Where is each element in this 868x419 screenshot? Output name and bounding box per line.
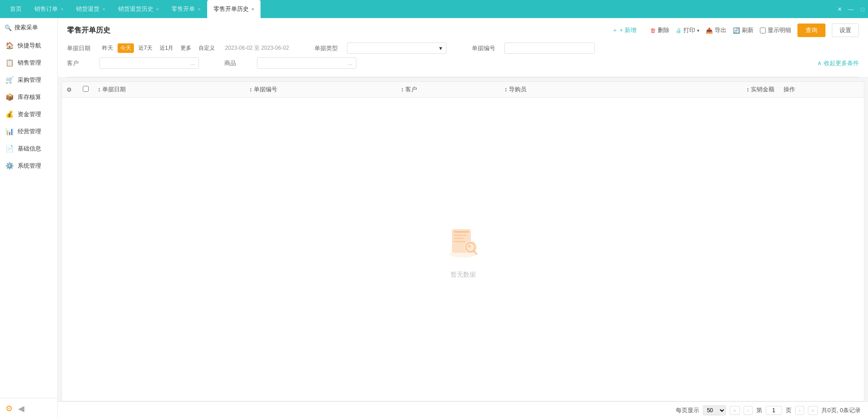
- sidebar-icon-sales-mgmt: 📋: [5, 59, 14, 67]
- page-header: 零售开单历史 ＋ + 新增 🗑 删除 🖨 打印 ▾: [58, 18, 868, 78]
- filter-row-2: 客户 ... 商品 ... ∧ 收起更多条件: [67, 57, 859, 69]
- date-btn-昨天[interactable]: 昨天: [100, 43, 116, 53]
- show-detail-toggle[interactable]: 显示明细: [760, 26, 791, 34]
- collapse-sidebar-icon[interactable]: ◀: [18, 404, 24, 414]
- tab-bar: 首页销售订单×销货退货×销货退货历史×零售开单×零售开单历史× ✕ — □: [0, 0, 868, 18]
- toolbar: ＋ + 新增 🗑 删除 🖨 打印 ▾ 📤 导出: [605, 24, 859, 37]
- sidebar-icon-sys-mgmt: ⚙️: [5, 162, 14, 170]
- tab-bar-right: ✕ — □: [837, 6, 864, 13]
- doc-type-select[interactable]: ▾: [347, 42, 446, 54]
- first-page-btn[interactable]: «: [730, 406, 740, 415]
- col-customer: ↕ 客户: [396, 82, 500, 98]
- sidebar-search-label: 搜索采单: [14, 24, 38, 32]
- sidebar-icon-inventory: 📦: [5, 93, 14, 101]
- goods-label: 商品: [224, 59, 250, 67]
- content-area: 零售开单历史 ＋ + 新增 🗑 删除 🖨 打印 ▾: [58, 18, 868, 419]
- sidebar-label-purchase-mgmt: 采购管理: [18, 76, 41, 84]
- export-icon: 📤: [706, 27, 713, 34]
- column-settings-icon[interactable]: ⚙: [66, 86, 72, 93]
- sidebar-item-quick-nav[interactable]: 🏠快捷导航: [0, 37, 57, 54]
- tab-sales-order[interactable]: 销售订单×: [28, 0, 70, 18]
- svg-rect-3: [454, 235, 466, 236]
- window-max-btn[interactable]: □: [861, 6, 864, 13]
- collapse-icon: ∧: [817, 60, 822, 66]
- query-button[interactable]: 查询: [797, 24, 825, 37]
- tab-close-icon[interactable]: ×: [61, 6, 63, 12]
- sidebar-label-base-info: 基础信息: [18, 145, 41, 153]
- settings-icon[interactable]: ⚙: [5, 404, 13, 414]
- date-range-display: 2023-06-02 至 2023-06-02: [225, 44, 289, 52]
- doc-type-chevron-icon: ▾: [439, 45, 442, 52]
- svg-point-9: [468, 245, 471, 248]
- filter-row-1: 单据日期 昨天今天近7天近1月更多自定义 2023-06-02 至 2023-0…: [67, 42, 859, 54]
- date-btn-今天[interactable]: 今天: [118, 43, 134, 53]
- show-detail-checkbox[interactable]: [760, 28, 766, 33]
- sidebar-label-finance: 资金管理: [18, 110, 41, 118]
- sidebar-item-finance[interactable]: 💰资金管理: [0, 106, 57, 123]
- sidebar-label-sys-mgmt: 系统管理: [18, 162, 41, 170]
- sidebar-search[interactable]: 🔍 搜索采单: [0, 18, 57, 37]
- sidebar-bottom: ⚙ ◀: [0, 398, 57, 419]
- date-btn-近1月[interactable]: 近1月: [157, 43, 176, 53]
- sidebar-item-purchase-mgmt[interactable]: 🛒采购管理: [0, 71, 57, 89]
- tab-home[interactable]: 首页: [4, 0, 28, 18]
- doc-no-input[interactable]: [504, 42, 595, 54]
- date-btn-近7天[interactable]: 近7天: [136, 43, 155, 53]
- table-header-row: ⚙ ↕ 单据日期 ↕ 单据编号: [62, 82, 864, 98]
- date-btn-更多[interactable]: 更多: [178, 43, 194, 53]
- collapse-filter-btn[interactable]: ∧ 收起更多条件: [817, 59, 859, 67]
- sidebar-icon-operation: 📊: [5, 127, 14, 136]
- tab-close-icon[interactable]: ×: [251, 6, 254, 12]
- sidebar-item-sales-mgmt[interactable]: 📋销售管理: [0, 54, 57, 71]
- date-btn-自定义[interactable]: 自定义: [196, 43, 218, 53]
- next-page-btn[interactable]: ›: [795, 406, 804, 415]
- print-icon: 🖨: [676, 27, 682, 34]
- doc-type-label: 单据类型: [314, 44, 340, 52]
- customer-input[interactable]: ...: [100, 57, 199, 69]
- delete-button[interactable]: 🗑 删除: [650, 26, 669, 34]
- print-button[interactable]: 🖨 打印 ▾: [676, 26, 699, 34]
- svg-rect-4: [454, 238, 464, 239]
- sidebar-item-sys-mgmt[interactable]: ⚙️系统管理: [0, 157, 57, 174]
- data-table: ⚙ ↕ 单据日期 ↕ 单据编号: [62, 82, 864, 98]
- tab-close-icon[interactable]: ×: [102, 6, 105, 12]
- sidebar-item-inventory[interactable]: 📦库存核算: [0, 89, 57, 106]
- prev-page-btn[interactable]: ‹: [744, 406, 753, 415]
- sidebar-icon-base-info: 📄: [5, 145, 14, 153]
- setting-button[interactable]: 设置: [832, 24, 859, 37]
- date-filter-label: 单据日期: [67, 44, 92, 52]
- select-all-checkbox[interactable]: [83, 86, 89, 92]
- per-page-select[interactable]: 50 10 20 100: [703, 405, 726, 415]
- sidebar-label-sales-mgmt: 销售管理: [18, 59, 41, 67]
- col-no: ↕ 单据编号: [245, 82, 396, 98]
- sidebar-label-operation: 经营管理: [18, 127, 41, 136]
- tab-retail-open-history[interactable]: 零售开单历史×: [207, 0, 261, 18]
- goods-input[interactable]: ...: [257, 57, 356, 69]
- main-container: 🔍 搜索采单 🏠快捷导航📋销售管理🛒采购管理📦库存核算💰资金管理📊经营管理📄基础…: [0, 18, 868, 419]
- add-button[interactable]: ＋ + 新增: [605, 24, 644, 37]
- window-close-btn[interactable]: ✕: [837, 6, 842, 13]
- export-button[interactable]: 📤 导出: [706, 26, 726, 34]
- empty-state: 暂无数据: [62, 98, 864, 401]
- sidebar-icon-purchase-mgmt: 🛒: [5, 76, 14, 84]
- page-number-input[interactable]: [766, 406, 782, 415]
- sidebar-item-operation[interactable]: 📊经营管理: [0, 123, 57, 140]
- customer-label: 客户: [67, 59, 92, 67]
- sidebar-label-quick-nav: 快捷导航: [18, 42, 41, 50]
- refresh-button[interactable]: 🔄 刷新: [733, 26, 754, 34]
- tab-retail-open[interactable]: 零售开单×: [165, 0, 207, 18]
- tab-sales-return[interactable]: 销货退货×: [70, 0, 111, 18]
- tab-close-icon[interactable]: ×: [198, 6, 200, 12]
- table-settings-th: ⚙: [62, 82, 78, 98]
- sidebar-item-base-info[interactable]: 📄基础信息: [0, 140, 57, 157]
- pagination-summary: 共0页, 0条记录: [821, 406, 861, 414]
- tab-close-icon[interactable]: ×: [156, 6, 159, 12]
- window-min-btn[interactable]: —: [848, 6, 854, 13]
- empty-illustration: [441, 220, 486, 265]
- search-icon: 🔍: [5, 24, 12, 31]
- sidebar-icon-quick-nav: 🏠: [5, 42, 14, 50]
- doc-no-label: 单据编号: [472, 44, 497, 52]
- last-page-btn[interactable]: »: [808, 406, 818, 415]
- tab-sales-return-history[interactable]: 销货退货历史×: [112, 0, 165, 18]
- page-suffix: 页: [786, 406, 792, 414]
